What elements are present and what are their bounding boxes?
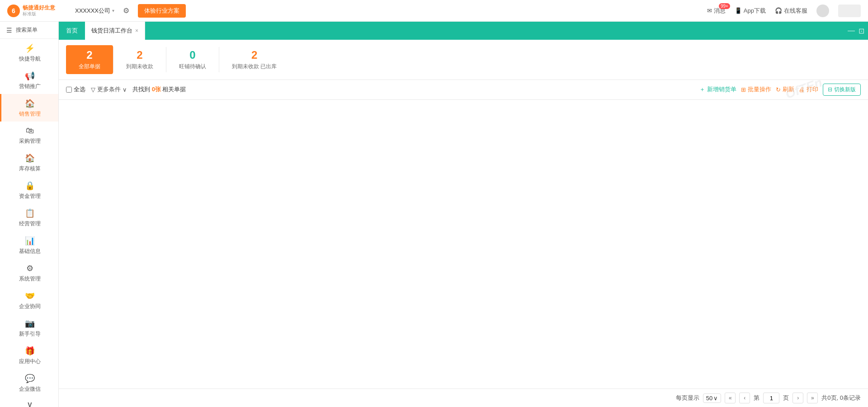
filter-chevron-icon: ∨ (123, 86, 127, 93)
tab-bar: 首页 钱货日清工作台 × — ⊡ (59, 22, 868, 40)
filter-button[interactable]: ▽ 更多条件 ∨ (91, 85, 127, 94)
vip-icon: V (28, 401, 32, 407)
online-service-button[interactable]: 🎧 在线客服 (775, 7, 807, 15)
next-page-button[interactable]: › (793, 393, 803, 403)
switch-version-button[interactable]: ⊟ 切换新版 (823, 84, 861, 96)
batch-operation-button[interactable]: ⊞ 批量操作 (741, 85, 771, 94)
page-suffix: 页 (783, 394, 789, 402)
page-size-select[interactable]: 50 ∨ (703, 393, 721, 403)
main-content: 首页 钱货日清工作台 × — ⊡ 2 全部单据 2 到期未收款 (59, 22, 868, 407)
message-badge: 99+ (719, 3, 730, 9)
add-sale-button[interactable]: ＋ 新增销货单 (699, 85, 736, 94)
page-input[interactable] (763, 393, 779, 403)
result-text: 共找到 0张 相关单据 (132, 85, 186, 94)
stat-num-pending: 0 (189, 49, 195, 62)
tab-active[interactable]: 钱货日清工作台 × (85, 22, 145, 40)
sidebar-item-system[interactable]: ⚙ 系统管理 (0, 259, 58, 286)
filter-icon: ▽ (91, 86, 95, 93)
settings-button[interactable]: ⚙ (120, 5, 132, 17)
total-info: 共0页, 0条记录 (821, 394, 861, 402)
base-info-icon: 📊 (25, 236, 35, 246)
sidebar-item-quick-nav[interactable]: ⚡ 快捷导航 (0, 39, 58, 66)
sidebar-sales-label: 销售管理 (19, 110, 41, 118)
stat-label-pending: 旺铺待确认 (179, 63, 206, 70)
message-button[interactable]: ✉ 消息 99+ (707, 7, 726, 15)
tab-bar-actions: — ⊡ (848, 27, 868, 35)
logo-area: 6 畅捷通好生意 标准版 (7, 5, 66, 17)
download-icon: 📱 (735, 7, 742, 14)
app-download-button[interactable]: 📱 App下载 (735, 7, 766, 15)
sidebar-item-inventory[interactable]: 🏠 库存核算 (0, 149, 58, 176)
stats-row: 2 全部单据 2 到期未收款 0 旺铺待确认 2 到期未收款 已出库 (59, 40, 868, 80)
sidebar-item-finance[interactable]: 🔒 资金管理 (0, 176, 58, 204)
sidebar-item-marketing[interactable]: 📢 营销推广 (0, 66, 58, 94)
tab-maximize-button[interactable]: ⊡ (859, 27, 864, 35)
stat-card-all[interactable]: 2 全部单据 (66, 45, 113, 74)
tab-close-icon[interactable]: × (135, 28, 138, 34)
batch-label: 批量操作 (748, 85, 771, 94)
sidebar-guide-label: 新手引导 (19, 330, 41, 338)
trial-button[interactable]: 体验行业方案 (138, 4, 186, 18)
sidebar-item-vip[interactable]: V 畅会员 (0, 397, 58, 407)
sidebar-item-app-center[interactable]: 🎁 应用中心 (0, 342, 58, 369)
print-label: 打印 (807, 85, 818, 94)
sidebar-item-guide[interactable]: 📷 新手引导 (0, 314, 58, 342)
sidebar-item-enterprise[interactable]: 🤝 企业协同 (0, 286, 58, 314)
sidebar-item-sales[interactable]: 🏠 销售管理 (0, 94, 58, 122)
stat-card-shipped[interactable]: 2 到期未收款 已出库 (219, 45, 289, 74)
sidebar-item-weixin[interactable]: 💬 企业微信 (0, 369, 58, 397)
page-size-label: 每页显示 (676, 394, 699, 402)
header-right: ✉ 消息 99+ 📱 App下载 🎧 在线客服 (707, 5, 861, 17)
switch-label: 切换新版 (834, 86, 856, 94)
select-all-checkbox-label[interactable]: 全选 (66, 85, 85, 94)
last-page-button[interactable]: » (807, 393, 818, 403)
sales-icon: 🏠 (25, 98, 35, 108)
stat-num-overdue: 2 (137, 49, 142, 62)
sidebar-item-base-info[interactable]: 📊 基础信息 (0, 231, 58, 259)
sidebar-quick-nav-label: 快捷导航 (19, 55, 41, 63)
prev-page-button[interactable]: ‹ (739, 393, 750, 403)
operations-icon: 📋 (25, 208, 35, 218)
service-icon: 🎧 (775, 7, 782, 14)
sidebar-operations-label: 经营管理 (19, 220, 41, 228)
toolbar-right: ＋ 新增销货单 ⊞ 批量操作 ↻ 刷新 🖨 打印 (699, 84, 861, 96)
sidebar-inventory-label: 库存核算 (19, 165, 41, 173)
print-button[interactable]: 🖨 打印 (799, 85, 818, 94)
last-page-icon: » (811, 395, 814, 401)
guide-icon: 📷 (25, 318, 35, 328)
logo-main-text: 畅捷通好生意 (23, 5, 55, 11)
search-icon: ☰ (6, 27, 12, 34)
sidebar-item-operations[interactable]: 📋 经营管理 (0, 204, 58, 231)
page-content: 2 全部单据 2 到期未收款 0 旺铺待确认 2 到期未收款 已出库 (59, 40, 868, 407)
sidebar-finance-label: 资金管理 (19, 192, 41, 200)
switch-icon: ⊟ (828, 86, 832, 93)
quick-nav-icon: ⚡ (25, 43, 35, 53)
add-label: 新增销货单 (707, 85, 736, 94)
company-selector[interactable]: XXXXXX公司 ▾ (75, 7, 114, 15)
refresh-icon: ↻ (776, 86, 781, 93)
select-all-checkbox[interactable] (66, 87, 72, 93)
stat-num-shipped: 2 (251, 49, 257, 62)
refresh-button[interactable]: ↻ 刷新 (776, 85, 794, 94)
tab-home[interactable]: 首页 (59, 22, 85, 40)
user-avatar[interactable] (816, 5, 829, 17)
stat-label-shipped: 到期未收款 已出库 (232, 63, 277, 70)
user-avatar-2[interactable] (838, 5, 861, 17)
result-count: 0张 (152, 86, 161, 93)
top-header: 6 畅捷通好生意 标准版 XXXXXX公司 ▾ ⚙ 体验行业方案 ✉ 消息 99… (0, 0, 868, 22)
first-page-button[interactable]: « (725, 393, 736, 403)
tab-minimize-button[interactable]: — (848, 27, 855, 35)
app-download-label: App下载 (744, 7, 766, 15)
sidebar-item-purchase[interactable]: 🛍 采购管理 (0, 122, 58, 149)
sidebar-item-search[interactable]: ☰ 搜索菜单 (0, 22, 58, 39)
add-icon: ＋ (699, 85, 705, 94)
logo-text-area: 畅捷通好生意 标准版 (23, 5, 55, 16)
stat-card-overdue[interactable]: 2 到期未收款 (113, 45, 166, 74)
toolbar: 全选 ▽ 更多条件 ∨ 共找到 0张 相关单据 ＋ (59, 80, 868, 100)
finance-icon: 🔒 (25, 181, 35, 191)
filter-label: 更多条件 (97, 85, 121, 94)
prev-page-icon: ‹ (744, 395, 745, 401)
stat-card-pending[interactable]: 0 旺铺待确认 (166, 45, 219, 74)
sidebar-system-label: 系统管理 (19, 275, 41, 283)
company-name: XXXXXX公司 (75, 7, 110, 15)
